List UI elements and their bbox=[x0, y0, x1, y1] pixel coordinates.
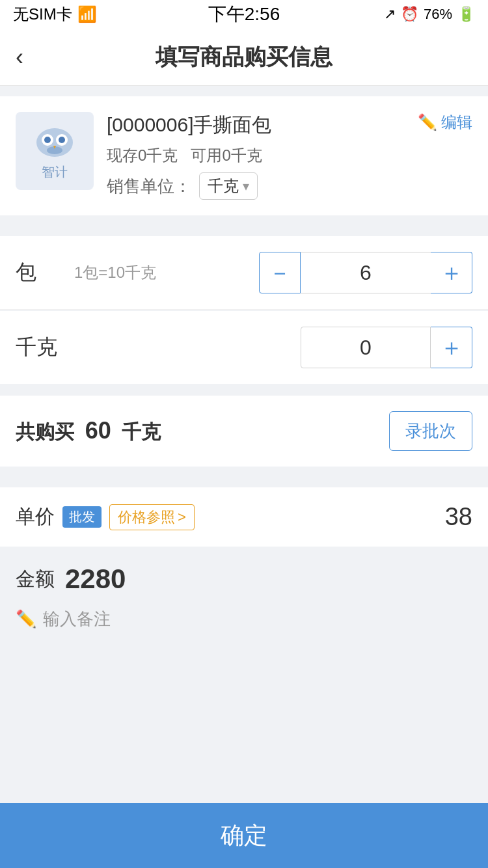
product-stock: 现存0千克 可用0千克 bbox=[107, 145, 472, 166]
edit-button[interactable]: ✏️ 编辑 bbox=[418, 112, 472, 133]
price-left: 单价 批发 价格参照 > bbox=[16, 504, 195, 530]
price-section: 单价 批发 价格参照 > 38 bbox=[0, 487, 488, 547]
package-qty-controls: － ＋ bbox=[259, 252, 472, 293]
divider-1 bbox=[0, 226, 488, 236]
price-ref-button[interactable]: 价格参照 > bbox=[109, 504, 195, 530]
unit-select-arrow: ▾ bbox=[243, 178, 249, 194]
status-bar: 无SIM卡 📶 下午2:56 ↗ ⏰ 76% 🔋 bbox=[0, 0, 488, 29]
svg-point-3 bbox=[44, 137, 51, 143]
divider-2 bbox=[0, 385, 488, 396]
amount-label: 金额 bbox=[16, 566, 55, 593]
carrier-text: 无SIM卡 bbox=[13, 4, 72, 25]
kg-plus-button[interactable]: ＋ bbox=[431, 327, 472, 368]
total-text: 共购买 60 千克 bbox=[16, 417, 161, 446]
wholesale-badge: 批发 bbox=[62, 506, 102, 528]
package-minus-button[interactable]: － bbox=[259, 252, 301, 293]
price-value: 38 bbox=[445, 503, 472, 531]
remark-row[interactable]: ✏️ 输入备注 bbox=[16, 608, 472, 631]
total-amount: 60 bbox=[85, 417, 111, 444]
wifi-icon: 📶 bbox=[77, 5, 97, 23]
divider-3 bbox=[0, 477, 488, 487]
kg-label: 千克 bbox=[16, 333, 68, 362]
product-logo-icon bbox=[32, 122, 77, 161]
amount-section: 金额 2280 ✏️ 输入备注 bbox=[0, 548, 488, 646]
product-unit-row: 销售单位： 千克 ▾ bbox=[107, 172, 472, 200]
status-bar-time: 下午2:56 bbox=[208, 2, 280, 27]
amount-row: 金额 2280 bbox=[16, 563, 472, 595]
page-title: 填写商品购买信息 bbox=[156, 42, 332, 72]
kg-qty-section: 千克 ＋ bbox=[0, 311, 488, 384]
product-card: 智计 [0000006]手撕面包 现存0千克 可用0千克 销售单位： 千克 ▾ … bbox=[0, 96, 488, 215]
nav-bar: ‹ 填写商品购买信息 bbox=[0, 29, 488, 86]
battery-icon: 🔋 bbox=[457, 6, 475, 23]
battery-text: 76% bbox=[424, 6, 452, 23]
price-label: 单价 bbox=[16, 504, 55, 530]
back-button[interactable]: ‹ bbox=[16, 44, 23, 71]
package-label: 包 bbox=[16, 258, 68, 287]
kg-qty-controls: ＋ bbox=[301, 327, 472, 368]
kg-qty-row: 千克 ＋ bbox=[0, 311, 488, 384]
package-qty-row: 包 1包=10千克 － ＋ bbox=[0, 236, 488, 310]
status-bar-left: 无SIM卡 📶 bbox=[13, 4, 97, 25]
price-row: 单价 批发 价格参照 > 38 bbox=[16, 503, 472, 531]
product-logo-text: 智计 bbox=[42, 163, 68, 181]
status-bar-right: ↗ ⏰ 76% 🔋 bbox=[384, 6, 475, 23]
location-icon: ↗ bbox=[384, 6, 396, 23]
product-image: 智计 bbox=[16, 112, 94, 190]
pencil-icon: ✏️ bbox=[16, 609, 36, 629]
bottom-spacer bbox=[0, 646, 488, 711]
record-batch-button[interactable]: 录批次 bbox=[389, 411, 472, 451]
package-sublabel: 1包=10千克 bbox=[74, 262, 259, 283]
svg-point-4 bbox=[59, 137, 65, 143]
alarm-icon: ⏰ bbox=[401, 6, 418, 23]
package-plus-button[interactable]: ＋ bbox=[431, 252, 472, 293]
kg-qty-input[interactable] bbox=[301, 327, 431, 368]
confirm-button[interactable]: 确定 bbox=[0, 803, 488, 868]
amount-value: 2280 bbox=[65, 563, 126, 595]
total-row: 共购买 60 千克 录批次 bbox=[0, 396, 488, 467]
package-qty-input[interactable] bbox=[301, 252, 431, 293]
remark-label: 输入备注 bbox=[43, 608, 111, 631]
unit-select[interactable]: 千克 ▾ bbox=[199, 172, 258, 200]
package-qty-section: 包 1包=10千克 － ＋ bbox=[0, 236, 488, 310]
